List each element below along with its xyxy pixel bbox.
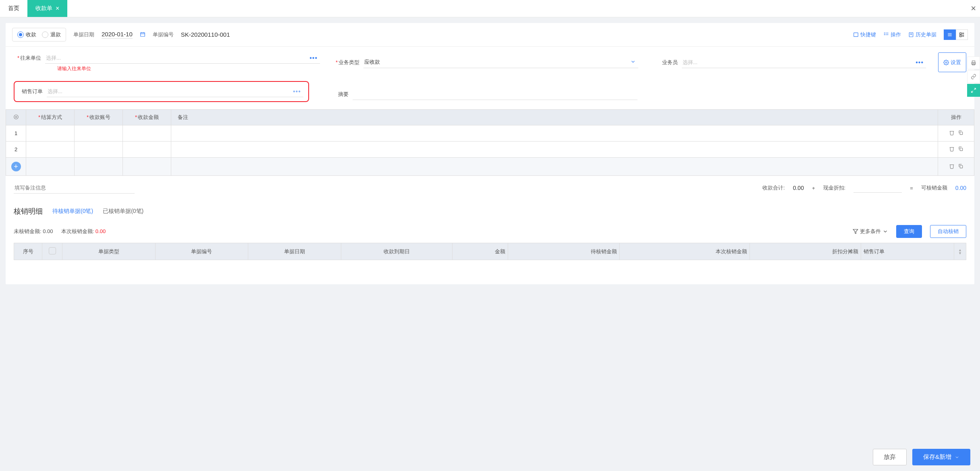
- svg-point-26: [14, 115, 18, 119]
- close-all-icon[interactable]: ×: [971, 3, 976, 14]
- history-link[interactable]: 历史单据: [908, 31, 936, 38]
- svg-point-25: [15, 116, 17, 118]
- col-settle: 结算方式: [41, 114, 62, 120]
- ops-link[interactable]: 操作: [883, 31, 901, 38]
- view-detail-button[interactable]: [956, 29, 968, 40]
- payment-grid: *结算方式 *收款账号 *收款金额 备注 操作 1 2 +: [6, 109, 974, 176]
- cur-writeoff-label: 本次核销金额:: [61, 228, 94, 234]
- radio-receipt[interactable]: 收款: [17, 31, 36, 38]
- copy-icon[interactable]: [958, 131, 963, 137]
- radio-refund[interactable]: 退款: [42, 31, 61, 38]
- side-rail: [967, 56, 980, 97]
- receipt-total-value: 0.00: [793, 185, 804, 191]
- delete-icon[interactable]: [949, 131, 955, 137]
- link-icon[interactable]: [967, 70, 980, 83]
- expand-icon[interactable]: [967, 84, 980, 97]
- writeoff-section: 核销明细 待核销单据(0笔) 已核销单据(0笔): [6, 200, 974, 220]
- close-icon[interactable]: ×: [56, 5, 59, 12]
- partner-field: *往来单位 •••: [14, 52, 320, 64]
- plus-sign: +: [812, 185, 815, 191]
- svg-rect-0: [140, 32, 145, 36]
- tab-label: 收款单: [35, 5, 52, 12]
- col-action: 操作: [951, 114, 961, 120]
- more-filters[interactable]: 更多条件: [853, 228, 888, 235]
- svg-point-9: [884, 34, 885, 35]
- query-button[interactable]: 查询: [896, 225, 922, 238]
- col-order[interactable]: 销售订单: [861, 243, 954, 260]
- settings-button[interactable]: 设置: [938, 52, 966, 72]
- col-seq: 序号: [14, 243, 42, 260]
- row-num: 2: [6, 142, 26, 158]
- quickkey-link[interactable]: 快捷键: [853, 31, 876, 38]
- unwriteoff-value: 0.00: [43, 228, 53, 234]
- salesman-input[interactable]: [682, 57, 926, 68]
- radio-label: 收款: [26, 31, 36, 38]
- svg-rect-28: [960, 148, 962, 150]
- select-all-checkbox[interactable]: [49, 247, 56, 254]
- add-row-button[interactable]: +: [11, 162, 21, 171]
- svg-point-24: [945, 62, 947, 63]
- discount-input[interactable]: [853, 183, 902, 193]
- tab-pending[interactable]: 待核销单据(0笔): [52, 208, 93, 215]
- writeoff-title: 核销明细: [14, 206, 43, 216]
- add-row: +: [6, 158, 974, 176]
- date-label: 单据日期: [73, 31, 94, 38]
- col-amount[interactable]: 金额: [453, 243, 508, 260]
- svg-point-7: [886, 33, 887, 33]
- chevron-down-icon[interactable]: [630, 59, 636, 66]
- tab-home[interactable]: 首页: [0, 0, 27, 17]
- col-date[interactable]: 单据日期: [248, 243, 341, 260]
- calendar-icon[interactable]: [140, 31, 145, 38]
- partner-error: 请输入往来单位: [57, 65, 320, 72]
- table-row[interactable]: 1: [6, 125, 974, 142]
- delete-icon[interactable]: [949, 164, 955, 170]
- tab-done[interactable]: 已核销单据(0笔): [103, 208, 143, 215]
- table-row[interactable]: 2: [6, 142, 974, 158]
- svg-rect-27: [960, 132, 962, 134]
- date-value[interactable]: 2020-01-10: [102, 31, 133, 39]
- delete-icon[interactable]: [949, 147, 955, 153]
- salesorder-input[interactable]: [47, 86, 303, 97]
- col-pending[interactable]: 待核销金额: [508, 243, 620, 260]
- biztype-input[interactable]: [363, 57, 638, 68]
- col-due[interactable]: 收款到期日: [341, 243, 453, 260]
- sort-icon[interactable]: ▲▼: [957, 248, 963, 255]
- col-disc[interactable]: 折扣分摊额: [750, 243, 861, 260]
- summary-label: 摘要: [338, 91, 349, 97]
- writeoff-table: 序号 单据类型 单据编号 单据日期 收款到期日 金额 待核销金额 本次核销金额 …: [14, 243, 966, 260]
- svg-rect-21: [960, 35, 961, 37]
- svg-point-8: [887, 33, 888, 33]
- eq-sign: =: [910, 185, 913, 191]
- col-type[interactable]: 单据类型: [62, 243, 156, 260]
- receipt-refund-radio: 收款 退款: [12, 28, 66, 42]
- col-account: 收款账号: [89, 114, 110, 120]
- svg-marker-30: [853, 229, 858, 234]
- tab-receipt[interactable]: 收款单 ×: [27, 0, 67, 17]
- view-list-button[interactable]: [944, 29, 956, 40]
- docno-label: 单据编号: [153, 31, 174, 38]
- col-cur[interactable]: 本次核销金额: [620, 243, 750, 260]
- svg-rect-31: [972, 61, 975, 63]
- docno-value: SK-20200110-001: [181, 31, 230, 39]
- summary-input[interactable]: [353, 89, 638, 100]
- summary-field: 摘要: [321, 83, 638, 105]
- col-no[interactable]: 单据编号: [155, 243, 248, 260]
- radio-label: 退款: [50, 31, 61, 38]
- gear-icon[interactable]: [13, 115, 19, 121]
- svg-rect-18: [960, 33, 961, 34]
- copy-icon[interactable]: [958, 164, 963, 170]
- auto-writeoff-button[interactable]: 自动核销: [930, 225, 966, 238]
- cur-writeoff-value: 0.00: [96, 228, 106, 234]
- discount-label: 现金折扣:: [823, 184, 846, 192]
- svg-point-10: [886, 34, 887, 35]
- copy-icon[interactable]: [958, 147, 963, 153]
- radio-icon: [17, 31, 24, 38]
- form-content: 收款 退款 单据日期 2020-01-10 单据编号 SK-20200110-0…: [6, 23, 974, 284]
- col-amount: 收款金额: [138, 114, 159, 120]
- partner-input[interactable]: [45, 52, 320, 64]
- col-remark: 备注: [178, 114, 188, 120]
- tabs-bar: 首页 收款单 × ×: [0, 0, 980, 17]
- remark-input[interactable]: [14, 182, 135, 194]
- svg-point-11: [887, 34, 888, 35]
- print-icon[interactable]: [967, 56, 980, 69]
